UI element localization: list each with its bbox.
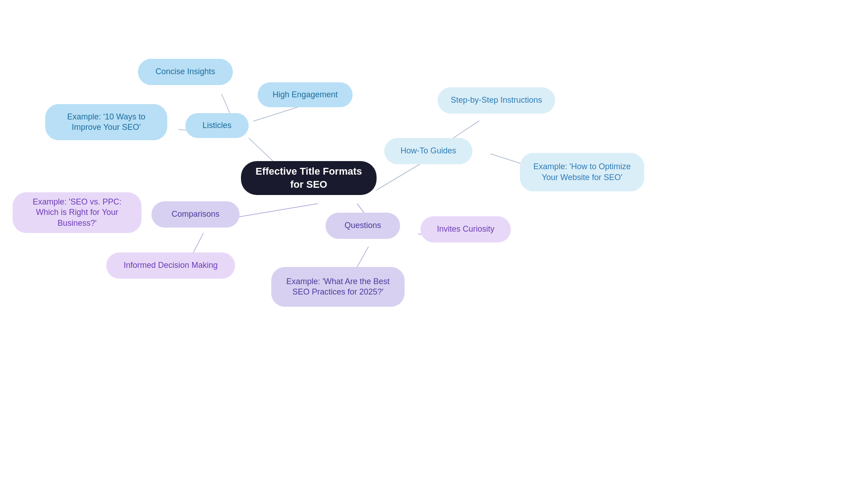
concise-insights-node: Concise Insights <box>138 59 233 85</box>
example-bestpractices-node: Example: 'What Are the Best SEO Practice… <box>271 267 405 307</box>
listicles-label: Listicles <box>203 120 231 131</box>
questions-label: Questions <box>344 220 381 231</box>
example-bestpractices-label: Example: 'What Are the Best SEO Practice… <box>280 276 396 298</box>
invites-curiosity-label: Invites Curiosity <box>437 224 494 234</box>
example-10ways-label: Example: '10 Ways to Improve Your SEO' <box>54 112 158 133</box>
comparisons-node: Comparisons <box>151 201 240 228</box>
invites-curiosity-node: Invites Curiosity <box>420 216 511 243</box>
comparisons-label: Comparisons <box>171 209 219 219</box>
informed-decision-node: Informed Decision Making <box>106 252 235 279</box>
example-howto-node: Example: 'How to Optimize Your Website f… <box>520 153 644 191</box>
high-engagement-node: High Engagement <box>258 82 353 107</box>
informed-decision-label: Informed Decision Making <box>123 260 217 271</box>
center-node: Effective Title Formats for SEO <box>241 161 377 195</box>
listicles-node: Listicles <box>185 113 249 138</box>
example-howto-label: Example: 'How to Optimize Your Website f… <box>529 162 635 183</box>
stepbystep-node: Step-by-Step Instructions <box>438 87 555 114</box>
example-seoppc-node: Example: 'SEO vs. PPC: Which is Right fo… <box>13 192 142 233</box>
stepbystep-label: Step-by-Step Instructions <box>451 95 542 105</box>
center-label: Effective Title Formats for SEO <box>250 165 368 191</box>
howto-guides-label: How-To Guides <box>401 146 456 156</box>
high-engagement-label: High Engagement <box>273 90 338 100</box>
howto-guides-node: How-To Guides <box>384 138 472 164</box>
concise-insights-label: Concise Insights <box>156 67 215 77</box>
example-10ways-node: Example: '10 Ways to Improve Your SEO' <box>45 104 167 140</box>
example-seoppc-label: Example: 'SEO vs. PPC: Which is Right fo… <box>22 197 132 228</box>
questions-node: Questions <box>326 213 400 239</box>
